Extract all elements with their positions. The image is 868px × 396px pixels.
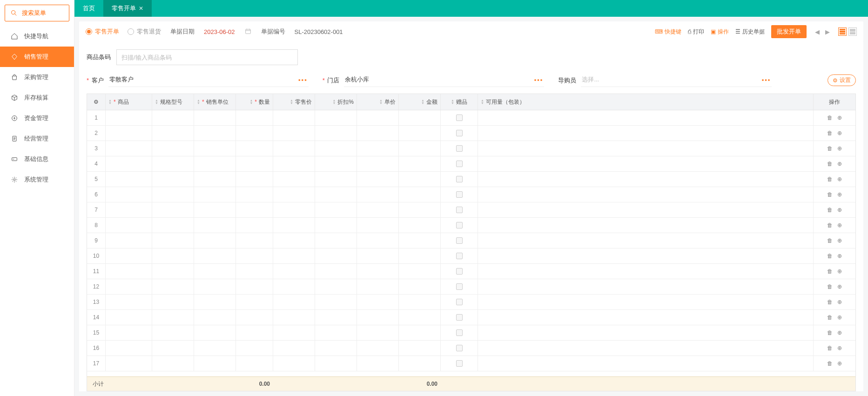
prev-record-button[interactable]: ◀ (813, 27, 821, 36)
cell-retail[interactable] (273, 264, 315, 279)
table-row[interactable]: 8🗑⊕ (87, 218, 855, 233)
cell-product[interactable] (106, 141, 152, 156)
wholesale-order-button[interactable]: 批发开单 (771, 25, 807, 38)
cell-spec[interactable] (152, 218, 194, 233)
cell-qty[interactable] (236, 310, 273, 325)
sidebar-item-quicknav[interactable]: 快捷导航 (0, 26, 74, 47)
cell-price[interactable] (357, 156, 399, 171)
cell-discount[interactable] (315, 295, 357, 309)
cell-unit[interactable] (194, 141, 236, 156)
delete-row-button[interactable]: 🗑 (827, 360, 833, 367)
delete-row-button[interactable]: 🗑 (827, 207, 833, 213)
cell-spec[interactable] (152, 248, 194, 263)
header-price[interactable]: ▲▼单价 (357, 94, 399, 110)
cell-price[interactable] (357, 141, 399, 156)
cell-gift[interactable] (441, 233, 478, 248)
header-spec[interactable]: ▲▼规格型号 (152, 94, 194, 110)
table-row[interactable]: 14🗑⊕ (87, 310, 855, 325)
cell-product[interactable] (106, 341, 152, 356)
cell-amount[interactable] (399, 187, 441, 202)
sidebar-item-operations[interactable]: 经营管理 (0, 128, 74, 149)
cell-discount[interactable] (315, 156, 357, 171)
sidebar-item-basic[interactable]: 基础信息 (0, 149, 74, 169)
insert-row-button[interactable]: ⊕ (837, 237, 842, 244)
cell-gift[interactable] (441, 356, 478, 371)
sidebar-item-finance[interactable]: 资金管理 (0, 108, 74, 128)
cell-gift[interactable] (441, 248, 478, 263)
cell-amount[interactable] (399, 325, 441, 340)
checkbox-icon[interactable] (456, 207, 463, 213)
cell-qty[interactable] (236, 218, 273, 233)
delete-row-button[interactable]: 🗑 (827, 161, 833, 167)
cell-retail[interactable] (273, 356, 315, 371)
delete-row-button[interactable]: 🗑 (827, 299, 833, 305)
checkbox-icon[interactable] (456, 268, 463, 275)
header-unit[interactable]: ▲▼*销售单位 (194, 94, 236, 110)
cell-amount[interactable] (399, 264, 441, 279)
search-menu-button[interactable]: 搜索菜单 (5, 5, 69, 21)
cell-discount[interactable] (315, 141, 357, 156)
store-picker[interactable]: 余杭小库 ••• (344, 74, 544, 87)
cell-product[interactable] (106, 325, 152, 340)
action-button[interactable]: ▣ 操作 (711, 28, 729, 36)
checkbox-icon[interactable] (456, 345, 463, 351)
sidebar-item-purchase[interactable]: 采购管理 (0, 67, 74, 87)
cell-discount[interactable] (315, 172, 357, 187)
cell-qty[interactable] (236, 141, 273, 156)
checkbox-icon[interactable] (456, 314, 463, 321)
cell-unit[interactable] (194, 126, 236, 141)
ellipsis-icon[interactable]: ••• (762, 76, 771, 83)
sidebar-item-inventory[interactable]: 库存核算 (0, 87, 74, 108)
ellipsis-icon[interactable]: ••• (534, 76, 544, 83)
tab-retail-order[interactable]: 零售开单 ✕ (103, 0, 152, 17)
cell-price[interactable] (357, 279, 399, 294)
cell-qty[interactable] (236, 295, 273, 309)
checkbox-icon[interactable] (456, 114, 463, 121)
cell-unit[interactable] (194, 218, 236, 233)
cell-price[interactable] (357, 264, 399, 279)
cell-product[interactable] (106, 110, 152, 125)
cell-price[interactable] (357, 172, 399, 187)
ellipsis-icon[interactable]: ••• (298, 76, 308, 83)
customer-picker[interactable]: 零散客户 ••• (108, 74, 309, 87)
cell-qty[interactable] (236, 325, 273, 340)
cell-retail[interactable] (273, 126, 315, 141)
table-row[interactable]: 16🗑⊕ (87, 341, 855, 356)
cell-spec[interactable] (152, 279, 194, 294)
column-settings-button[interactable]: ⚙ 设置 (828, 74, 856, 86)
cell-spec[interactable] (152, 172, 194, 187)
sidebar-item-system[interactable]: 系统管理 (0, 169, 74, 190)
header-product[interactable]: ▲▼*商品 (106, 94, 152, 110)
cell-unit[interactable] (194, 233, 236, 248)
checkbox-icon[interactable] (456, 283, 463, 290)
insert-row-button[interactable]: ⊕ (837, 299, 842, 305)
cell-retail[interactable] (273, 310, 315, 325)
cell-discount[interactable] (315, 325, 357, 340)
cell-amount[interactable] (399, 172, 441, 187)
checkbox-icon[interactable] (456, 222, 463, 228)
header-avail[interactable]: ▲▼可用量（包装） (478, 94, 814, 110)
barcode-input[interactable] (116, 49, 298, 65)
insert-row-button[interactable]: ⊕ (837, 329, 842, 336)
radio-retail-sale[interactable]: 零售开单 (86, 27, 119, 36)
cell-gift[interactable] (441, 187, 478, 202)
table-row[interactable]: 3🗑⊕ (87, 141, 855, 156)
table-row[interactable]: 15🗑⊕ (87, 325, 855, 341)
insert-row-button[interactable]: ⊕ (837, 176, 842, 182)
cell-spec[interactable] (152, 126, 194, 141)
cell-discount[interactable] (315, 110, 357, 125)
delete-row-button[interactable]: 🗑 (827, 222, 833, 228)
history-button[interactable]: ☰ 历史单据 (735, 28, 765, 36)
insert-row-button[interactable]: ⊕ (837, 207, 842, 213)
cell-discount[interactable] (315, 310, 357, 325)
cell-price[interactable] (357, 295, 399, 309)
date-value[interactable]: 2023-06-02 (204, 28, 235, 35)
cell-unit[interactable] (194, 295, 236, 309)
cell-qty[interactable] (236, 356, 273, 371)
cell-product[interactable] (106, 310, 152, 325)
cell-amount[interactable] (399, 156, 441, 171)
delete-row-button[interactable]: 🗑 (827, 191, 833, 198)
cell-discount[interactable] (315, 341, 357, 356)
cell-price[interactable] (357, 126, 399, 141)
cell-spec[interactable] (152, 110, 194, 125)
